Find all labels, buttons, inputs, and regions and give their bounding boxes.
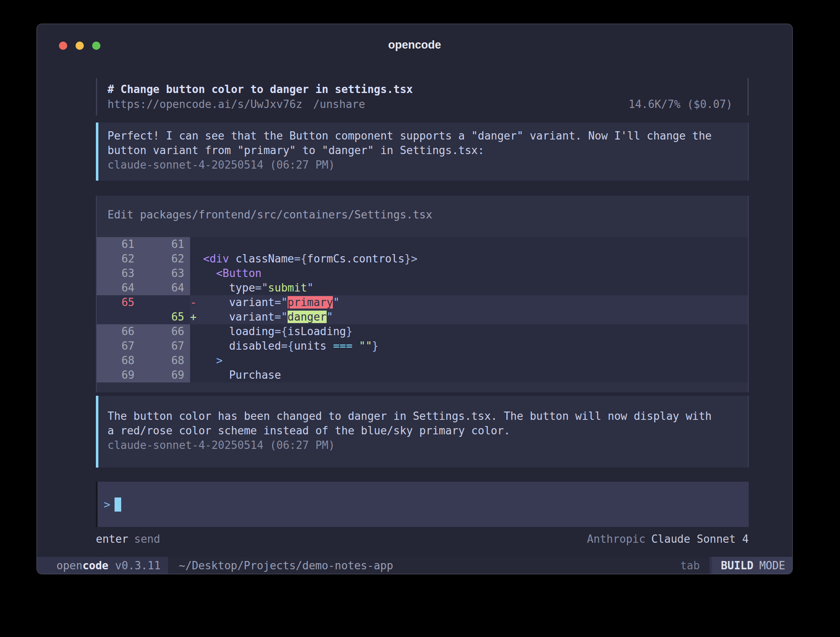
diff-row: 6767 disabled={units === ""} — [97, 339, 748, 353]
code-segment-punct: =" — [255, 282, 268, 294]
code-segment-ident: units — [294, 340, 326, 352]
status-bar: opencodev0.3.11 ~/Desktop/Projects/demo-… — [37, 557, 792, 574]
code-segment-ident: variant — [229, 311, 275, 323]
prompt-input[interactable]: > — [96, 482, 749, 527]
diff-row: 6161 — [97, 237, 748, 252]
window-title: opencode — [388, 39, 441, 51]
code-segment-ident: disabled — [229, 340, 281, 352]
provider-label: Anthropic — [587, 533, 645, 545]
diff-code-line: loading={isLoading} — [190, 324, 748, 339]
message-text-line: a red/rose color scheme instead of the b… — [107, 424, 739, 438]
new-line-number: 67 — [140, 339, 190, 353]
diff-code-line — [190, 237, 748, 252]
unshare-command: /unshare — [313, 97, 365, 112]
code-segment-sp — [190, 282, 229, 294]
code-segment-ident: loading — [229, 325, 275, 338]
code-segment-punct: } — [372, 340, 378, 352]
code-segment-tag: <Button — [216, 267, 262, 279]
diff-code-line: <div className={formCs.controls}> — [190, 252, 748, 266]
code-segment-sp — [327, 340, 333, 352]
hints-row: entersend AnthropicClaude Sonnet 4 — [96, 532, 749, 546]
edit-tool-card: Edit packages/frontend/src/containers/Se… — [96, 196, 749, 392]
old-line-number: 64 — [97, 281, 140, 295]
mode-label: MODE — [759, 559, 785, 572]
model-indicator: AnthropicClaude Sonnet 4 — [587, 532, 749, 546]
code-segment-sp — [197, 296, 229, 309]
new-line-number: 64 — [140, 281, 190, 295]
window-controls — [59, 42, 100, 50]
diff-gutter: 6666 — [97, 324, 190, 339]
code-segment-jsx: > — [216, 354, 223, 367]
zoom-window-button[interactable] — [92, 42, 100, 50]
code-segment-punct: =" — [275, 296, 288, 309]
diff-gutter: 65 — [97, 295, 190, 310]
code-segment-sp — [197, 311, 229, 323]
old-line-number: 65 — [97, 295, 140, 310]
titlebar: opencode — [37, 24, 792, 66]
new-line-number: 69 — [140, 368, 190, 382]
code-segment-ident: isLoading — [288, 325, 346, 338]
new-line-number: 65 — [140, 310, 190, 324]
app-version: v0.3.11 — [115, 559, 161, 572]
diff-table: 61616262 <div className={formCs.controls… — [97, 237, 748, 382]
session-title-row: # Change button color to danger in setti… — [107, 82, 733, 97]
code-segment-sp — [229, 252, 236, 265]
app-name-regular: open — [56, 559, 83, 572]
diff-row: 6363 <Button — [97, 266, 748, 281]
code-segment-punct: ={ — [281, 340, 294, 352]
diff-row: 6969 Purchase — [97, 368, 748, 382]
message-text-line: Perfect! I can see that the Button compo… — [107, 129, 739, 143]
code-segment-op: === — [333, 340, 352, 352]
edit-file-path: Edit packages/frontend/src/containers/Se… — [97, 207, 748, 222]
code-segment-ident: className — [236, 252, 294, 265]
code-segment-add-hl: danger — [288, 311, 327, 323]
assistant-message: The button color has been changed to dan… — [96, 396, 749, 468]
model-name-label: Claude Sonnet 4 — [651, 533, 749, 545]
code-segment-str: submit — [268, 282, 307, 294]
prompt-chevron: > — [104, 498, 110, 511]
code-segment-del-mark: - — [190, 296, 197, 309]
code-segment-ident: variant — [229, 296, 275, 309]
minimize-window-button[interactable] — [76, 42, 84, 50]
diff-row: 6262 <div className={formCs.controls}> — [97, 252, 748, 266]
code-segment-punct: " — [333, 296, 339, 309]
old-line-number: 61 — [97, 237, 140, 252]
code-segment-ident: Purchase — [229, 369, 281, 381]
opencode-window: opencode # Change button color to danger… — [37, 24, 793, 574]
code-segment-sp — [190, 369, 229, 381]
working-directory: ~/Desktop/Projects/demo-notes-app — [179, 557, 393, 574]
code-segment-sp — [190, 325, 229, 338]
code-segment-sp — [190, 354, 216, 367]
code-segment-punct: " — [307, 282, 314, 294]
diff-row: 6464 type="submit" — [97, 281, 748, 295]
code-segment-sp — [352, 340, 359, 352]
old-line-number: 68 — [97, 353, 140, 368]
diff-gutter: 6363 — [97, 266, 190, 281]
diff-code-line: + variant="danger" — [190, 310, 748, 324]
diff-gutter: 6767 — [97, 339, 190, 353]
enter-key-hint: enter — [96, 533, 128, 545]
diff-row: 65+ variant="danger" — [97, 310, 748, 324]
diff-code-line: <Button — [190, 266, 748, 281]
code-segment-sp — [190, 340, 229, 352]
new-line-number: 66 — [140, 324, 190, 339]
new-line-number: 62 — [140, 252, 190, 266]
message-text-line: The button color has been changed to dan… — [107, 409, 739, 424]
mode-chip[interactable]: BUILD MODE — [712, 557, 792, 574]
code-segment-add-mark: + — [190, 311, 197, 323]
code-segment-del-hl: primary — [288, 296, 333, 309]
new-line-number: 68 — [140, 353, 190, 368]
app-name-bold: code — [83, 559, 109, 572]
close-window-button[interactable] — [59, 42, 67, 50]
tab-key-hint: tab — [680, 557, 700, 574]
diff-row: 6868 > — [97, 353, 748, 368]
old-line-number: 67 — [97, 339, 140, 353]
new-line-number — [140, 295, 190, 310]
code-segment-punct: " — [327, 311, 333, 323]
model-timestamp: claude-sonnet-4-20250514 (06:27 PM) — [107, 158, 739, 172]
diff-code-line: type="submit" — [190, 281, 748, 295]
share-url: https://opencode.ai/s/UwJxv76z — [107, 97, 303, 112]
code-segment-punct: ={ — [275, 325, 288, 338]
diff-row: 65- variant="primary" — [97, 295, 748, 310]
diff-code-line: disabled={units === ""} — [190, 339, 748, 353]
